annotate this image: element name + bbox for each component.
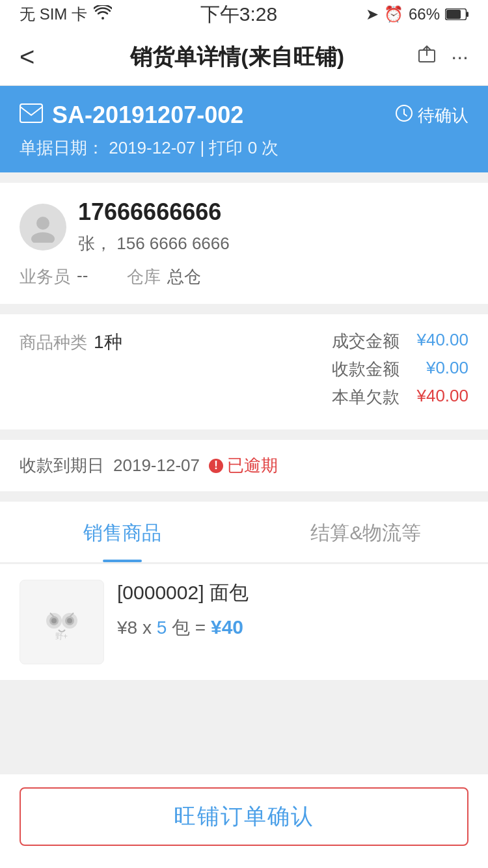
- overdue-text: 已逾期: [227, 454, 278, 477]
- page-title: 销货单详情(来自旺铺): [130, 42, 344, 72]
- product-kinds-value: 1种: [94, 330, 122, 355]
- location-icon: ➤: [366, 5, 379, 23]
- order-date-row: 单据日期： 2019-12-07 | 打印 0 次: [20, 137, 468, 159]
- nav-actions: ···: [416, 44, 468, 71]
- date-label: 单据日期：: [20, 138, 104, 157]
- status-time: 下午3:28: [200, 1, 277, 28]
- product-name: [0000002] 面包: [117, 580, 468, 606]
- product-price: ¥8: [117, 617, 137, 638]
- status-left: 无 SIM 卡: [20, 4, 112, 25]
- alarm-icon: ⏰: [384, 5, 403, 23]
- product-section: 野+ [0000002] 面包 ¥8 x 5 包 = ¥40: [0, 564, 488, 680]
- product-kinds-row: 商品种类 1种: [20, 330, 122, 355]
- status-bar: 无 SIM 卡 下午3:28 ➤ ⏰ 66%: [0, 0, 488, 29]
- battery-icon: [445, 8, 468, 20]
- collected-amount-label: 收款金额: [332, 358, 400, 381]
- warehouse-value: 总仓: [167, 265, 201, 288]
- tabs-section: 销售商品 结算&物流等: [0, 502, 488, 563]
- tab-sales-products[interactable]: 销售商品: [0, 502, 244, 562]
- wifi-icon: [94, 5, 112, 23]
- sales-rep-value: --: [77, 265, 88, 288]
- customer-alt-phone: 156 6666 6666: [116, 234, 230, 253]
- product-item: 野+ [0000002] 面包 ¥8 x 5 包 = ¥40: [20, 580, 468, 664]
- product-multiply: x: [142, 617, 157, 638]
- product-total: ¥40: [211, 616, 243, 638]
- collected-amount-value: ¥0.00: [410, 358, 468, 381]
- owed-amount-row: 本单欠款 ¥40.00: [332, 386, 468, 409]
- svg-point-7: [31, 232, 55, 243]
- order-envelope-icon: [20, 102, 43, 129]
- transaction-amount-label: 成交金额: [332, 330, 400, 353]
- product-thumb-inner: 野+: [36, 603, 88, 642]
- avatar: [20, 204, 66, 251]
- due-date-label: 收款到期日: [20, 454, 104, 477]
- svg-rect-1: [467, 12, 468, 17]
- customer-phone: 17666666666: [78, 198, 230, 226]
- svg-point-12: [51, 618, 57, 623]
- clock-icon: [396, 105, 413, 126]
- warehouse-label: 仓库: [127, 265, 161, 288]
- svg-text:野+: 野+: [55, 632, 68, 641]
- summary-section: 商品种类 1种 成交金额 ¥40.00 收款金额 ¥0.00 本单欠款 ¥40.…: [0, 314, 488, 429]
- svg-point-6: [36, 217, 49, 230]
- collected-amount-row: 收款金额 ¥0.00: [332, 358, 468, 381]
- order-header: SA-20191207-002 待确认 单据日期： 2019-12-07 | 打…: [0, 86, 488, 172]
- due-date-value: 2019-12-07: [113, 455, 200, 476]
- status-text: 待确认: [418, 104, 468, 127]
- tab-sales-label: 销售商品: [83, 522, 161, 543]
- order-status: 待确认: [396, 104, 468, 127]
- tab-settlement-label: 结算&物流等: [310, 522, 421, 543]
- confirm-order-button[interactable]: 旺铺订单确认: [20, 787, 468, 846]
- more-icon[interactable]: ···: [451, 45, 468, 69]
- due-date-section: 收款到期日 2019-12-07 ! 已逾期: [0, 440, 488, 491]
- transaction-amount-value: ¥40.00: [410, 330, 468, 353]
- overdue-icon: !: [209, 459, 223, 473]
- transaction-amount-row: 成交金额 ¥40.00: [332, 330, 468, 353]
- overdue-badge: ! 已逾期: [209, 454, 278, 477]
- product-title: 面包: [210, 582, 249, 603]
- product-price-row: ¥8 x 5 包 = ¥40: [117, 616, 468, 640]
- customer-meta: 业务员 -- 仓库 总仓: [20, 265, 468, 288]
- order-id-row: SA-20191207-002: [20, 102, 243, 129]
- order-id-text: SA-20191207-002: [52, 102, 243, 129]
- product-info: [0000002] 面包 ¥8 x 5 包 = ¥40: [117, 580, 468, 640]
- summary-left: 商品种类 1种: [20, 330, 122, 355]
- svg-point-13: [67, 618, 72, 623]
- owed-amount-label: 本单欠款: [332, 386, 400, 409]
- product-unit: 包: [172, 617, 190, 638]
- customer-section: 17666666666 张， 156 6666 6666 业务员 -- 仓库 总…: [0, 183, 488, 304]
- bottom-bar: 旺铺订单确认: [0, 774, 488, 868]
- share-icon[interactable]: [416, 44, 438, 71]
- owed-amount-value: ¥40.00: [410, 386, 468, 409]
- product-quantity: 5: [157, 617, 167, 638]
- customer-info: 张， 156 6666 6666: [78, 232, 230, 255]
- svg-rect-2: [446, 10, 461, 19]
- carrier-text: 无 SIM 卡: [20, 4, 87, 25]
- product-thumbnail: 野+: [20, 580, 104, 664]
- tab-settlement[interactable]: 结算&物流等: [244, 502, 488, 562]
- nav-bar: < 销货单详情(来自旺铺) ···: [0, 29, 488, 86]
- print-info: | 打印 0 次: [200, 138, 278, 157]
- order-date: 2019-12-07: [109, 138, 195, 157]
- status-right: ➤ ⏰ 66%: [366, 5, 468, 23]
- product-id: [0000002]: [117, 582, 204, 603]
- battery-text: 66%: [409, 5, 440, 23]
- product-kinds-label: 商品种类: [20, 331, 87, 354]
- sales-rep-label: 业务员: [20, 265, 70, 288]
- svg-rect-4: [20, 104, 42, 122]
- customer-name: 张: [78, 234, 95, 253]
- back-button[interactable]: <: [20, 42, 59, 72]
- summary-right: 成交金额 ¥40.00 收款金额 ¥0.00 本单欠款 ¥40.00: [332, 330, 468, 414]
- product-equals: =: [195, 617, 211, 638]
